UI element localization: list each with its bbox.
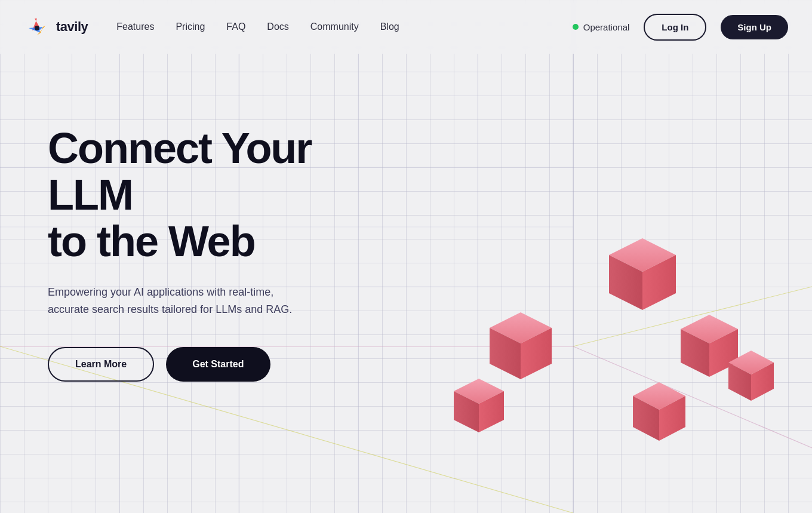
get-started-button[interactable]: Get Started [166,347,270,382]
nav-community[interactable]: Community [310,21,359,32]
navbar: tavily Features Pricing FAQ Docs Communi… [0,0,812,54]
hero-section: Connect Your LLM to the Web Empowering y… [0,54,418,382]
nav-links: Features Pricing FAQ Docs Community Blog [116,21,399,32]
hero-subtitle: Empowering your AI applications with rea… [48,284,299,318]
svg-point-12 [35,26,39,30]
learn-more-button[interactable]: Learn More [48,347,154,382]
status-text: Operational [583,22,630,32]
nav-blog[interactable]: Blog [380,21,399,32]
signup-button[interactable]: Sign Up [721,15,788,39]
hero-buttons: Learn More Get Started [48,347,370,382]
logo[interactable]: tavily [24,14,88,40]
nav-faq[interactable]: FAQ [226,21,245,32]
logo-icon [24,14,50,40]
nav-pricing[interactable]: Pricing [176,21,205,32]
nav-docs[interactable]: Docs [267,21,288,32]
status-dot [573,24,579,30]
nav-features[interactable]: Features [116,21,154,32]
nav-right: Operational Log In Sign Up [573,14,788,41]
status-badge: Operational [573,22,630,32]
hero-title-line2: to the Web [48,217,255,265]
hero-title-line1: Connect Your LLM [48,124,311,219]
nav-left: tavily Features Pricing FAQ Docs Communi… [24,14,399,40]
brand-name: tavily [56,19,88,35]
iso-blocks-scene [394,155,812,513]
login-button[interactable]: Log In [644,14,706,41]
hero-title: Connect Your LLM to the Web [48,125,370,265]
